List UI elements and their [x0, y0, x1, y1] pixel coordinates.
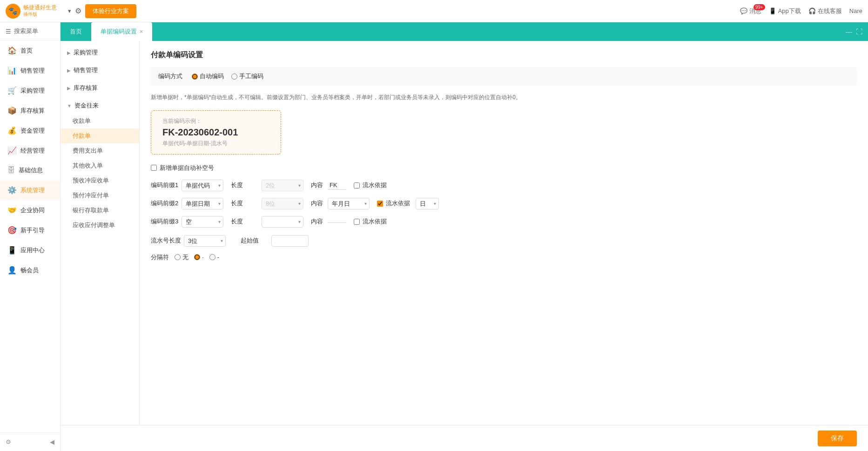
- message-button[interactable]: 💬 消息 99+: [740, 7, 761, 15]
- length2-select: 8位: [262, 198, 303, 209]
- finance-icon: 💰: [7, 126, 17, 135]
- sidebar-item-guide[interactable]: 🎯 新手引导: [0, 220, 60, 240]
- serial2-checkbox[interactable]: [377, 201, 383, 207]
- collapse-icon[interactable]: ◀: [50, 438, 54, 445]
- sidebar-item-home[interactable]: 🏠 首页: [0, 40, 60, 61]
- sidebar-item-apps[interactable]: 📱 应用中心: [0, 240, 60, 260]
- download-icon: 📱: [769, 7, 776, 14]
- sec-nav-capital[interactable]: ▼ 资金往来: [61, 98, 139, 114]
- serial1-item: 流水依据: [354, 181, 387, 189]
- tab-close-icon[interactable]: ×: [140, 28, 143, 35]
- length2-select-wrapper: 8位: [262, 198, 303, 209]
- tab-home[interactable]: 首页: [61, 22, 91, 41]
- sidebar-item-basic-info[interactable]: 🗄 基础信息: [0, 161, 60, 180]
- sec-nav-advance-payable[interactable]: 预付冲应付单: [61, 188, 139, 203]
- prefix2-select[interactable]: 单据日期: [182, 198, 223, 209]
- settings-icon[interactable]: ⚙: [6, 438, 11, 445]
- arrow-right-icon: ▶: [67, 50, 71, 55]
- service-button[interactable]: 🎧 在线客服: [808, 7, 842, 15]
- preview-sub: 单据代码-单据日期-流水号: [162, 140, 269, 148]
- separator-row: 分隔符 无 · -: [151, 253, 857, 262]
- sec-nav-group-inventory: ▶ 库存核算: [61, 80, 139, 96]
- sec-nav-receipt[interactable]: 收款单: [61, 114, 139, 128]
- sidebar-item-member[interactable]: 👤 畅会员: [0, 260, 60, 280]
- bottom-bar: 保存: [61, 425, 868, 451]
- sidebar-item-finance[interactable]: 💰 资金管理: [0, 121, 60, 141]
- sec-nav-group-purchase: ▶ 采购管理: [61, 45, 139, 61]
- search-menu[interactable]: ☰ 搜索菜单: [0, 22, 60, 40]
- sec-nav-purchase[interactable]: ▶ 采购管理: [61, 45, 139, 61]
- sidebar-item-sales[interactable]: 📊 销售管理: [0, 61, 60, 81]
- serial3-item: 流水依据: [354, 217, 387, 226]
- save-button[interactable]: 保存: [818, 431, 857, 446]
- app-download-button[interactable]: 📱 App下载: [769, 7, 801, 15]
- code-preview-box: 当前编码示例： FK-20230602-001 单据代码-单据日期-流水号: [151, 110, 281, 155]
- content2-select[interactable]: 年月日: [328, 198, 370, 209]
- arrow-down-icon: ▼: [67, 103, 72, 108]
- separator-none-radio[interactable]: 无: [175, 253, 188, 262]
- purchase-icon: 🛒: [7, 86, 17, 95]
- serial-length-select[interactable]: 3位 4位 5位: [184, 235, 226, 247]
- sidebar-item-operations[interactable]: 📈 经营管理: [0, 141, 60, 161]
- preview-label: 当前编码示例：: [162, 117, 269, 125]
- serial-length-select-wrapper: 3位 4位 5位: [184, 235, 226, 247]
- tab-encoding-settings[interactable]: 单据编码设置 ×: [91, 22, 152, 41]
- serial-length-row: 流水号长度 3位 4位 5位 起始值 1: [151, 235, 857, 247]
- sidebar-item-purchase[interactable]: 🛒 采购管理: [0, 81, 60, 101]
- sec-nav-expense[interactable]: 费用支出单: [61, 143, 139, 158]
- length2-item: 长度 8位: [231, 198, 303, 209]
- length1-select-wrapper: 2位: [262, 180, 303, 191]
- gear-icon[interactable]: ⚙: [75, 7, 81, 15]
- sidebar-item-system[interactable]: ⚙️ 系统管理: [0, 180, 60, 200]
- tab-bar-actions: — ⛶: [846, 28, 868, 35]
- prefix3-select[interactable]: 空: [182, 216, 223, 228]
- search-icon: ☰: [6, 28, 11, 35]
- prefix1-select[interactable]: 单据代码: [182, 180, 223, 191]
- guide-icon: 🎯: [7, 226, 17, 235]
- encoding-label: 编码方式: [158, 72, 182, 81]
- serial2-item: 流水依据 日 月 年: [377, 198, 439, 209]
- separator-dot-radio[interactable]: ·: [194, 254, 204, 261]
- day-select-wrapper: 日 月 年: [416, 198, 439, 209]
- serial1-checkbox[interactable]: [354, 182, 360, 188]
- sec-nav-adjustment[interactable]: 应收应付调整单: [61, 218, 139, 233]
- prefix3-select-wrapper: 空: [182, 216, 223, 228]
- prefix1-item: 编码前缀1 单据代码: [151, 180, 223, 191]
- sidebar-item-inventory[interactable]: 📦 库存核算: [0, 101, 60, 121]
- sec-nav-inventory[interactable]: ▶ 库存核算: [61, 80, 139, 96]
- tab-bar: 首页 单据编码设置 × — ⛶: [61, 22, 868, 41]
- auto-encode-radio[interactable]: 自动编码: [192, 72, 224, 81]
- sec-nav-advance-receivable[interactable]: 预收冲应收单: [61, 173, 139, 188]
- prefix1-select-wrapper: 单据代码: [182, 180, 223, 191]
- separator-dash-radio[interactable]: -: [209, 254, 219, 261]
- sec-nav-bank-deposit[interactable]: 银行存取款单: [61, 203, 139, 218]
- sidebar-item-enterprise[interactable]: 🤝 企业协同: [0, 200, 60, 220]
- length3-select[interactable]: [262, 216, 303, 228]
- logo-area: 🐾 畅捷通好生意 插件版: [6, 4, 61, 19]
- industry-btn[interactable]: 体验行业方案: [85, 4, 136, 18]
- prefix2-select-wrapper: 单据日期: [182, 198, 223, 209]
- form-area: 付款单编码设置 编码方式 自动编码 手工编码: [140, 41, 868, 425]
- start-value-item: 起始值 1: [241, 235, 309, 247]
- header-dropdown[interactable]: ▾: [66, 7, 71, 14]
- expand-icon[interactable]: ⛶: [856, 28, 862, 35]
- content2-item: 内容 年月日: [311, 198, 370, 209]
- auto-fill-row: 新增单据自动补空号: [151, 164, 857, 172]
- left-sidebar: ☰ 搜索菜单 🏠 首页 📊 销售管理 🛒 采购管理 📦 库存核算 💰 资金管理 …: [0, 22, 61, 451]
- start-value-input[interactable]: 1: [271, 235, 309, 247]
- day-select[interactable]: 日 月 年: [416, 198, 439, 209]
- sec-nav-group-capital: ▼ 资金往来 收款单 付款单 费用支出单 其他收入单: [61, 98, 139, 233]
- serial3-checkbox[interactable]: [354, 219, 360, 225]
- sec-nav-payment[interactable]: 付款单: [61, 128, 139, 143]
- form-rows: 编码前缀1 单据代码 长度 2位: [151, 180, 857, 228]
- page-content: ▶ 采购管理 ▶ 销售管理 ▶ 库存核算: [61, 41, 868, 425]
- auto-fill-checkbox[interactable]: [151, 165, 157, 171]
- sec-nav-other-income[interactable]: 其他收入单: [61, 158, 139, 173]
- manual-encode-radio[interactable]: 手工编码: [231, 72, 263, 81]
- prefix-row-2: 编码前缀2 单据日期 长度 8位: [151, 198, 857, 209]
- sec-nav-group-sales: ▶ 销售管理: [61, 62, 139, 78]
- sidebar-bottom: ⚙ ◀: [0, 432, 60, 451]
- sec-nav-sales[interactable]: ▶ 销售管理: [61, 62, 139, 78]
- main-layout: ☰ 搜索菜单 🏠 首页 📊 销售管理 🛒 采购管理 📦 库存核算 💰 资金管理 …: [0, 22, 868, 451]
- minus-icon[interactable]: —: [846, 28, 852, 35]
